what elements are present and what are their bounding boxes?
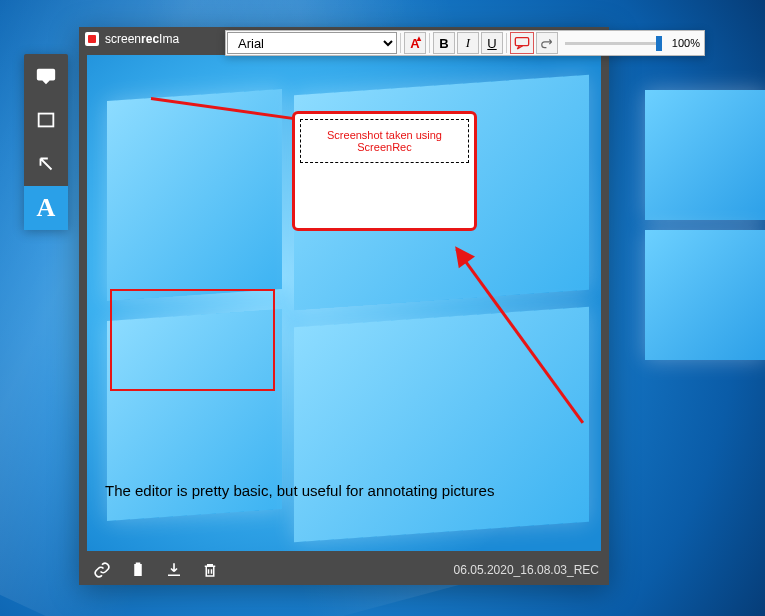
wallpaper-pane <box>107 89 282 301</box>
zoom-percent-label: 100% <box>668 31 704 55</box>
svg-rect-1 <box>515 38 528 46</box>
bottom-toolbar: 06.05.2020_16.08.03_REC <box>79 555 609 585</box>
delete-button[interactable] <box>197 559 223 581</box>
separator <box>429 33 430 53</box>
svg-rect-0 <box>39 114 54 127</box>
callout-icon <box>514 36 530 50</box>
link-icon <box>93 561 111 579</box>
font-select[interactable]: Arial <box>227 32 397 54</box>
screenrec-editor-window: screenrec Ima Screenshot taken using Scr… <box>79 27 609 585</box>
arrow-icon <box>35 153 57 175</box>
tool-sidebar: A <box>24 54 68 230</box>
underline-button[interactable]: U <box>481 32 503 54</box>
fontsize-button[interactable]: A▲ <box>404 32 426 54</box>
download-icon <box>165 561 183 579</box>
trash-icon <box>201 561 219 579</box>
text-icon: A <box>37 193 56 223</box>
canvas[interactable]: Screenshot taken using ScreenRec The edi… <box>87 55 601 551</box>
zoom-slider[interactable] <box>565 42 662 45</box>
annotation-caption[interactable]: The editor is pretty basic, but useful f… <box>105 482 494 499</box>
title-suffix: rec <box>141 32 159 46</box>
clipboard-icon <box>129 561 147 579</box>
rectangle-icon <box>35 109 57 131</box>
annotation-textbox-text[interactable]: Screenshot taken using ScreenRec <box>300 119 469 163</box>
zoom-slider-wrap <box>559 31 668 55</box>
redo-icon <box>540 36 554 50</box>
title-prefix: screen <box>105 32 141 46</box>
tool-rectangle[interactable] <box>24 98 68 142</box>
title-rest: Ima <box>159 32 179 46</box>
callout-button[interactable] <box>510 32 534 54</box>
filename-label: 06.05.2020_16.08.03_REC <box>454 563 599 577</box>
annotation-textbox[interactable]: Screenshot taken using ScreenRec <box>292 111 477 231</box>
bold-button[interactable]: B <box>433 32 455 54</box>
zoom-slider-thumb[interactable] <box>656 36 662 51</box>
separator <box>400 33 401 53</box>
download-button[interactable] <box>161 559 187 581</box>
link-button[interactable] <box>89 559 115 581</box>
wallpaper-pane <box>294 307 589 543</box>
speech-bubble-icon <box>35 65 57 87</box>
italic-button[interactable]: I <box>457 32 479 54</box>
copy-button[interactable] <box>125 559 151 581</box>
app-icon <box>85 32 99 46</box>
tool-arrow[interactable] <box>24 142 68 186</box>
tool-comment[interactable] <box>24 54 68 98</box>
annotation-rectangle[interactable] <box>110 289 275 391</box>
separator <box>506 33 507 53</box>
redo-button[interactable] <box>536 32 558 54</box>
text-format-toolbar: Arial A▲ B I U 100% <box>225 30 705 56</box>
tool-text[interactable]: A <box>24 186 68 230</box>
